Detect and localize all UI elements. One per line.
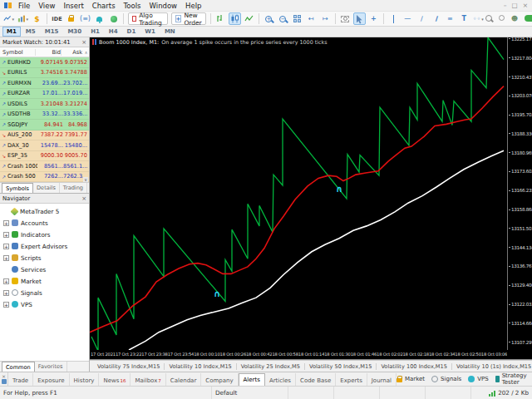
market-watch-row[interactable]: ↘ EURILS 3.74516 3.74788 xyxy=(0,68,89,79)
market-watch-tab[interactable]: Details xyxy=(33,183,60,193)
market-watch-row[interactable]: ↗ Crash 1000 I... 8561... 8561.1... xyxy=(0,161,89,172)
alerts-button[interactable] xyxy=(93,12,106,25)
timeframe-button[interactable]: M15 xyxy=(41,27,63,37)
menu-item[interactable]: Help xyxy=(181,2,205,10)
menu-item[interactable]: File xyxy=(14,2,34,10)
search-button[interactable] xyxy=(485,15,492,23)
fibonacci-tool-button[interactable]: ≡ xyxy=(444,12,456,25)
price-axis[interactable]: 13225.171013217.804013210.437013203.0700… xyxy=(507,37,532,350)
navigator-item[interactable]: MetaTrader 5 xyxy=(0,205,89,217)
toolbox-tab[interactable]: Experts xyxy=(336,373,367,386)
navigator-item[interactable]: + Accounts xyxy=(0,217,89,229)
window-control-icon[interactable]: × xyxy=(523,2,528,9)
market-watch-tab[interactable]: Symbols xyxy=(2,183,33,193)
indicator-button[interactable]: ▾ xyxy=(17,12,29,25)
ide-button[interactable]: IDE xyxy=(51,12,63,25)
market-watch-row[interactable]: ↘ ESP_35 9000.30 9005.70 xyxy=(0,151,89,162)
account-button[interactable]: ☻ xyxy=(511,15,518,22)
toolbox-tab[interactable]: News16 xyxy=(99,373,131,386)
shift-right-button[interactable]: ↦ xyxy=(319,12,332,25)
market-lock-button[interactable] xyxy=(65,12,77,25)
timeframe-button[interactable]: W1 xyxy=(140,27,160,37)
menu-item[interactable]: Insert xyxy=(59,2,87,10)
connection-toggle[interactable] xyxy=(525,15,532,23)
navigator-tab[interactable]: Favorites xyxy=(35,362,67,372)
close-icon[interactable]: × xyxy=(81,195,86,202)
timeframe-button[interactable]: H1 xyxy=(86,27,104,37)
market-watch-row[interactable]: ↗ EURHKD 9.07145 9.07352 xyxy=(0,57,89,68)
menu-item[interactable]: Charts xyxy=(88,2,120,10)
navigator-item[interactable]: + Scripts xyxy=(0,252,89,264)
expand-box-icon[interactable]: + xyxy=(3,290,9,296)
toolbox-right-button[interactable]: Signals xyxy=(431,376,461,382)
timeframe-button[interactable]: H4 xyxy=(105,27,122,37)
navigator-item[interactable]: + Market xyxy=(0,275,89,287)
toolbox-tab[interactable]: Journal xyxy=(367,373,397,386)
channel-tool-button[interactable]: ∕∕ xyxy=(430,12,442,25)
toolbox-tab[interactable]: Exposure xyxy=(33,373,69,386)
column-symbol[interactable]: Symbol xyxy=(0,49,35,56)
market-watch-row[interactable]: ↗ EURMXN 23.69... 23.702... xyxy=(0,78,89,89)
toolbox-tab[interactable]: Company xyxy=(201,373,238,386)
community-button[interactable] xyxy=(107,12,120,25)
text-tool-button[interactable]: T xyxy=(458,12,470,25)
help-button[interactable] xyxy=(499,15,505,22)
menu-item[interactable]: Window xyxy=(145,2,182,10)
shapes-tool-button[interactable]: ◦◦▾ xyxy=(472,12,485,25)
expand-box-icon[interactable]: + xyxy=(3,220,9,226)
market-watch-row[interactable]: ↗ Crash 500 I... 7262... 7262.3... xyxy=(0,172,89,183)
crosshair-tool-button[interactable]: + xyxy=(367,12,380,25)
plot-svg[interactable]: ∩∩ xyxy=(90,37,507,350)
chart-tab[interactable]: Volatility 10 (1s) Index,M15 xyxy=(452,363,532,370)
market-watch-row[interactable]: ↗ SGDJPY 84.941 84.968 xyxy=(0,120,89,131)
market-watch-row[interactable]: ↗ DAX_30 15478... 15480... xyxy=(0,140,89,151)
zoom-in-button[interactable]: + xyxy=(263,12,275,25)
navigator-item[interactable]: + Expert Advisors xyxy=(0,240,89,252)
menu-item[interactable]: Tools xyxy=(120,2,145,10)
menu-item[interactable]: View xyxy=(34,2,59,10)
navigator-header[interactable]: Navigator × xyxy=(0,194,89,204)
expand-box-icon[interactable]: + xyxy=(3,244,9,249)
status-profile[interactable]: Default xyxy=(211,387,288,399)
column-bid[interactable]: Bid xyxy=(35,49,61,56)
toolbox-tab[interactable]: Alerts xyxy=(239,373,265,386)
chart-plot-area[interactable]: Boom 1000 Index, M1: On average 1 spike … xyxy=(90,37,532,360)
market-watch-row[interactable]: ↗ USDILS 3.21048 3.21274 xyxy=(0,99,89,110)
shift-left-button[interactable]: ↤ xyxy=(305,12,318,25)
candle-chart-mode-button[interactable] xyxy=(229,12,241,25)
toolbox-tab[interactable]: Calendar xyxy=(166,373,201,386)
timeframe-button[interactable]: MN xyxy=(160,27,180,37)
timeframe-button[interactable]: M1 xyxy=(2,27,21,37)
scroll-up-icon[interactable]: ∧ xyxy=(83,50,89,55)
toolbox-tab[interactable]: History xyxy=(70,373,100,386)
trendline-tool-button[interactable]: ∕ xyxy=(416,12,428,25)
navigator-item[interactable]: + Signals xyxy=(0,287,89,298)
market-watch-row[interactable]: ↗ EURZAR 17.01... 17.019... xyxy=(0,89,89,100)
line-chart-mode-button[interactable] xyxy=(243,12,255,25)
time-axis[interactable]: 17 Oct 202117 Oct 23:2217 Oct 23:3817 Oc… xyxy=(90,349,507,359)
connection-button[interactable]: (≡) xyxy=(79,12,91,25)
navigator-item[interactable]: Services xyxy=(0,264,89,275)
screenshot-button[interactable] xyxy=(339,12,352,25)
window-control-icon[interactable]: □ xyxy=(512,2,518,9)
navigator-item[interactable]: + VPS xyxy=(0,298,89,310)
bar-chart-mode-button[interactable] xyxy=(214,12,227,25)
scroll-down-icon[interactable]: ∨ xyxy=(83,177,88,182)
market-watch-row[interactable]: ↗ USDTHB 33.32... 33.336... xyxy=(0,110,89,121)
timeframe-button[interactable]: M5 xyxy=(22,27,40,37)
market-watch-row[interactable]: ↘ AUS_200 7387.22 7391.77 xyxy=(0,131,89,141)
expand-box-icon[interactable]: + xyxy=(3,232,9,238)
close-icon[interactable]: × xyxy=(81,39,86,46)
toolbox-tab[interactable]: Mailbox7 xyxy=(131,373,165,386)
new-order-button[interactable]: +New Order xyxy=(171,12,206,25)
timeframe-button[interactable]: M30 xyxy=(63,27,86,37)
market-watch-columns[interactable]: Symbol Bid Ask ∧ xyxy=(0,47,89,57)
chart-tab[interactable]: Volatility 10 Index,M15 xyxy=(165,363,236,370)
toolbox-tab[interactable]: Code Base xyxy=(296,373,336,386)
toolbox-right-button[interactable]: VPS xyxy=(468,376,488,382)
currency-button[interactable]: $ xyxy=(31,12,43,25)
navigator-item[interactable]: + Indicators xyxy=(0,229,89,240)
chart-tab[interactable]: Volatility 25 Index,M5 xyxy=(237,363,305,370)
toolbox-right-button[interactable]: Market xyxy=(397,376,425,382)
expand-box-icon[interactable]: + xyxy=(3,302,9,308)
